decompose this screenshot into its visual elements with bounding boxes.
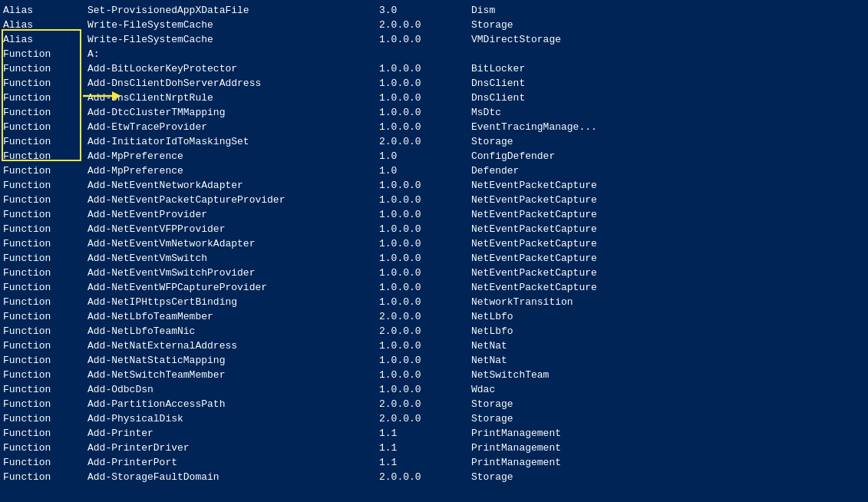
cell-type: Function xyxy=(3,457,87,468)
table-row: FunctionAdd-PartitionAccessPath2.0.0.0St… xyxy=(0,397,868,411)
cell-name: Add-NetEventVmSwitch xyxy=(87,253,379,264)
table-row: FunctionAdd-NetEventVmNetworkAdapter1.0.… xyxy=(0,236,868,251)
cell-module: DnsClient xyxy=(471,92,525,104)
cell-name: Add-PrinterPort xyxy=(87,457,379,468)
cell-version: 1.0.0.0 xyxy=(379,369,471,381)
cell-name: Add-NetEventProvider xyxy=(87,209,379,220)
table-row: FunctionAdd-DnsClientNrptRule1.0.0.0DnsC… xyxy=(0,91,868,105)
table-row: FunctionAdd-NetNatExternalAddress1.0.0.0… xyxy=(0,339,868,353)
cell-name: Add-NetIPHttpsCertBinding xyxy=(87,296,379,308)
cell-name: Set-ProvisionedAppXDataFile xyxy=(87,5,379,16)
cell-version: 1.0.0.0 xyxy=(379,34,471,45)
cell-module: Dism xyxy=(471,5,495,16)
table-row: FunctionAdd-NetEventPacketCaptureProvide… xyxy=(0,193,868,207)
cell-type: Function xyxy=(3,311,87,322)
data-table: AliasSet-ProvisionedAppXDataFile3.0DismA… xyxy=(0,3,868,484)
terminal-window: AliasSet-ProvisionedAppXDataFile3.0DismA… xyxy=(0,0,868,502)
cell-module: ConfigDefender xyxy=(471,150,555,162)
table-row: FunctionAdd-BitLockerKeyProtector1.0.0.0… xyxy=(0,61,868,76)
cell-version: 1.0.0.0 xyxy=(379,180,471,191)
cell-name: Add-Printer xyxy=(87,428,379,439)
cell-name: Add-DnsClientNrptRule xyxy=(87,92,379,104)
cell-type: Function xyxy=(3,121,87,133)
cell-version: 2.0.0.0 xyxy=(379,398,471,410)
cell-module: NetEventPacketCapture xyxy=(471,194,597,206)
cell-type: Function xyxy=(3,471,87,483)
cell-module: Storage xyxy=(471,136,513,147)
cell-module: NetEventPacketCapture xyxy=(471,253,597,264)
cell-version: 2.0.0.0 xyxy=(379,136,471,147)
cell-module: Wdac xyxy=(471,384,495,395)
cell-version: 1.0.0.0 xyxy=(379,107,471,118)
cell-module: EventTracingManage... xyxy=(471,121,597,133)
cell-name: Add-MpPreference xyxy=(87,150,379,162)
table-row: FunctionAdd-PhysicalDisk2.0.0.0Storage xyxy=(0,411,868,426)
table-row: FunctionAdd-OdbcDsn1.0.0.0Wdac xyxy=(0,382,868,397)
cell-module: NetNat xyxy=(471,355,507,366)
table-row: FunctionAdd-NetLbfoTeamNic2.0.0.0NetLbfo xyxy=(0,324,868,339)
cell-module: NetworkTransition xyxy=(471,296,573,308)
cell-type: Function xyxy=(3,369,87,381)
cell-name: Add-NetEventVmSwitchProvider xyxy=(87,267,379,279)
cell-type: Function xyxy=(3,107,87,118)
cell-module: Storage xyxy=(471,398,513,410)
cell-name: Add-NetSwitchTeamMember xyxy=(87,369,379,381)
cell-version: 1.0.0.0 xyxy=(379,384,471,395)
table-row: FunctionAdd-NetNatStaticMapping1.0.0.0Ne… xyxy=(0,353,868,368)
cell-module: Storage xyxy=(471,471,513,483)
cell-type: Function xyxy=(3,428,87,439)
cell-name: Add-NetEventPacketCaptureProvider xyxy=(87,194,379,206)
cell-version: 1.0.0.0 xyxy=(379,223,471,235)
cell-module: VMDirectStorage xyxy=(471,34,561,45)
cell-version: 1.0.0.0 xyxy=(379,238,471,249)
cell-type: Function xyxy=(3,48,87,60)
cell-version: 1.1 xyxy=(379,428,471,439)
cell-name: Add-OdbcDsn xyxy=(87,384,379,395)
cell-name: Add-NetEventWFPCaptureProvider xyxy=(87,282,379,293)
cell-version: 3.0 xyxy=(379,5,471,16)
cell-module: NetEventPacketCapture xyxy=(471,282,597,293)
cell-version: 1.0 xyxy=(379,165,471,177)
cell-module: PrintManagement xyxy=(471,457,561,468)
cell-version: 1.0.0.0 xyxy=(379,282,471,293)
cell-name: Add-BitLockerKeyProtector xyxy=(87,63,379,74)
cell-version: 1.0 xyxy=(379,150,471,162)
cell-type: Function xyxy=(3,384,87,395)
table-row: AliasWrite-FileSystemCache2.0.0.0Storage xyxy=(0,18,868,32)
cell-version: 1.0.0.0 xyxy=(379,78,471,89)
cell-module: NetEventPacketCapture xyxy=(471,180,597,191)
table-row: FunctionAdd-MpPreference1.0ConfigDefende… xyxy=(0,149,868,163)
table-row: FunctionAdd-MpPreference1.0Defender xyxy=(0,163,868,178)
cell-type: Function xyxy=(3,253,87,264)
table-row: FunctionAdd-DnsClientDohServerAddress1.0… xyxy=(0,76,868,91)
cell-name: Add-DnsClientDohServerAddress xyxy=(87,78,379,89)
table-row: FunctionAdd-PrinterDriver1.1PrintManagem… xyxy=(0,441,868,455)
table-row: FunctionA: xyxy=(0,47,868,61)
cell-type: Function xyxy=(3,413,87,424)
cell-type: Function xyxy=(3,325,87,337)
cell-type: Function xyxy=(3,78,87,89)
cell-name: Add-NetEventVmNetworkAdapter xyxy=(87,238,379,249)
cell-name: Add-NetEventNetworkAdapter xyxy=(87,180,379,191)
cell-name: Add-NetLbfoTeamNic xyxy=(87,325,379,337)
cell-version: 2.0.0.0 xyxy=(379,311,471,322)
cell-type: Function xyxy=(3,136,87,147)
cell-name: Add-StorageFaultDomain xyxy=(87,471,379,483)
table-row: FunctionAdd-NetEventNetworkAdapter1.0.0.… xyxy=(0,178,868,193)
cell-name: Add-DtcClusterTMMapping xyxy=(87,107,379,118)
cell-version: 1.1 xyxy=(379,442,471,454)
cell-name: Add-InitiatorIdToMaskingSet xyxy=(87,136,379,147)
cell-version: 1.0.0.0 xyxy=(379,340,471,352)
cell-name: Add-PartitionAccessPath xyxy=(87,398,379,410)
cell-name: Write-FileSystemCache xyxy=(87,34,379,45)
cell-version: 1.0.0.0 xyxy=(379,296,471,308)
cell-type: Function xyxy=(3,150,87,162)
cell-name: Add-MpPreference xyxy=(87,165,379,177)
cell-version: 1.0.0.0 xyxy=(379,253,471,264)
cell-module: NetEventPacketCapture xyxy=(471,209,597,220)
table-row: FunctionAdd-DtcClusterTMMapping1.0.0.0Ms… xyxy=(0,105,868,120)
cell-module: NetSwitchTeam xyxy=(471,369,549,381)
cell-type: Function xyxy=(3,296,87,308)
cell-module: NetEventPacketCapture xyxy=(471,267,597,279)
table-row: FunctionAdd-NetIPHttpsCertBinding1.0.0.0… xyxy=(0,295,868,309)
